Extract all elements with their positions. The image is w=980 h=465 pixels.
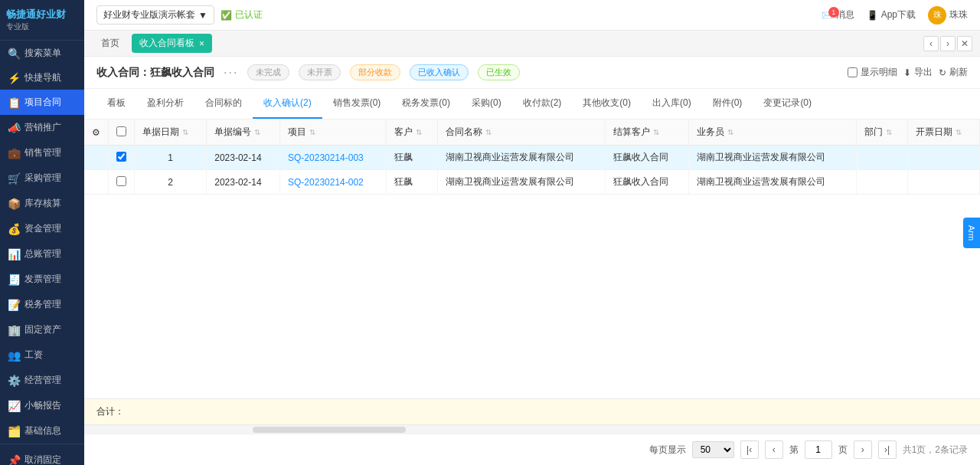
sub-tab-7[interactable]: 收付款(2) (512, 89, 573, 119)
status-partial[interactable]: 部分收款 (350, 64, 400, 80)
show-detail-check[interactable] (848, 67, 858, 77)
sidebar-item-inventory[interactable]: 📦 库存核算 (0, 191, 84, 216)
nav-arrow-right[interactable]: › (940, 36, 956, 51)
sidebar-item-accounting[interactable]: 📊 总账管理 (0, 241, 84, 267)
status-uninvoiced[interactable]: 未开票 (299, 64, 341, 80)
topbar: 好业财专业版演示帐套 ▼ ✅ 已认证 ✉️ 1 消息 📱 App下载 珠 珠珠 (84, 0, 980, 31)
sub-tab-8[interactable]: 其他收支(0) (572, 89, 642, 119)
sidebar-item-basic[interactable]: 🗂️ 基础信息 (0, 418, 84, 444)
show-detail-checkbox[interactable]: 显示明细 (848, 66, 897, 79)
col-date[interactable]: 单据日期⇅ (135, 120, 207, 146)
sidebar-search[interactable]: 🔍 搜索菜单 (0, 41, 84, 66)
message-action[interactable]: ✉️ 1 消息 (822, 8, 854, 21)
row-project: 狂飙 (387, 146, 437, 170)
sidebar-item-reports[interactable]: 📈 小畅报告 (0, 393, 84, 418)
col-dept[interactable]: 部门⇅ (857, 120, 907, 146)
pin-label: 取消固定 (24, 454, 61, 465)
row-customer: 湖南卫视商业运营发展有限公司 (437, 146, 606, 170)
nav-arrow-close[interactable]: ✕ (957, 36, 972, 51)
sidebar-item-sales[interactable]: 💼 销售管理 (0, 140, 84, 165)
sub-tab-5[interactable]: 税务发票(0) (391, 89, 461, 119)
sub-tab-2[interactable]: 合同标的 (194, 89, 253, 119)
right-float-btn[interactable]: Arm (963, 217, 980, 247)
col-invoice-date[interactable]: 开票日期⇅ (907, 120, 979, 146)
select-all-checkbox[interactable] (116, 126, 126, 136)
contract-title: 收入合同：狂飙收入合同 (96, 66, 214, 80)
sidebar-bottom-item[interactable]: 📌 取消固定 (0, 449, 84, 465)
table-row[interactable]: 1 2023-02-14 SQ-20230214-003 狂飙 湖南卫视商业运营… (84, 146, 980, 170)
page-last-btn[interactable]: ›| (878, 440, 897, 459)
col-check (109, 120, 135, 146)
row-check[interactable] (116, 176, 126, 186)
status-incomplete[interactable]: 未完成 (247, 64, 289, 80)
tab-home[interactable]: 首页 (92, 32, 129, 54)
sidebar-item-purchase[interactable]: 🛒 采购管理 (0, 165, 84, 191)
page-prev-btn[interactable]: ‹ (765, 440, 783, 459)
tab-active[interactable]: 收入合同看板 × (132, 34, 212, 53)
tax-icon: 📝 (8, 299, 20, 311)
sidebar-item-tax[interactable]: 📝 税务管理 (0, 292, 84, 317)
row-checkbox[interactable] (109, 170, 135, 195)
sub-tab-11[interactable]: 变更记录(0) (753, 89, 822, 119)
refresh-btn[interactable]: ↻ 刷新 (939, 66, 968, 79)
tax-label: 税务管理 (24, 298, 61, 311)
sidebar-logo: 畅捷通好业财 专业版 (0, 0, 84, 41)
sub-tab-1[interactable]: 盈利分析 (136, 89, 194, 119)
scrollbar-thumb[interactable] (253, 427, 406, 433)
scrollbar-area[interactable] (84, 424, 980, 434)
status-effective[interactable]: 已生效 (478, 64, 520, 80)
certified-badge: ✅ 已认证 (220, 8, 263, 21)
export-btn[interactable]: ⬇ 导出 (903, 66, 933, 79)
invoices-label: 发票管理 (24, 273, 61, 286)
sidebar-item-marketing[interactable]: 📣 营销推广 (0, 115, 84, 140)
col-gear: ⚙ (84, 120, 109, 146)
row-date: 2023-02-14 (207, 170, 280, 195)
status-confirmed[interactable]: 已收入确认 (410, 64, 469, 80)
user-action[interactable]: 珠 珠珠 (928, 6, 968, 25)
sub-tab-10[interactable]: 附件(0) (702, 89, 753, 119)
tab-close-icon[interactable]: × (199, 38, 204, 49)
sub-tab-0[interactable]: 看板 (96, 89, 136, 119)
tab-active-label: 收入合同看板 (139, 37, 194, 50)
row-checkbox[interactable] (109, 146, 135, 170)
col-billno[interactable]: 单据编号⇅ (207, 120, 280, 146)
sidebar-item-assets[interactable]: 🏢 固定资产 (0, 317, 84, 342)
per-page-select[interactable]: 50 100 200 (692, 441, 734, 458)
assets-icon: 🏢 (8, 324, 20, 336)
contract-actions: 显示明细 ⬇ 导出 ↻ 刷新 (848, 66, 968, 79)
col-settle[interactable]: 结算客户⇅ (606, 120, 688, 146)
sidebar-quick-nav[interactable]: ⚡ 快捷导航 (0, 66, 84, 90)
sort-settle-icon: ⇅ (653, 128, 659, 136)
col-customer[interactable]: 客户⇅ (387, 120, 437, 146)
col-project[interactable]: 项目⇅ (280, 120, 387, 146)
total-label: 合计： (96, 405, 124, 418)
col-salesperson[interactable]: 业务员⇅ (688, 120, 857, 146)
sub-tab-9[interactable]: 出入库(0) (642, 89, 702, 119)
row-check[interactable] (116, 152, 126, 162)
nav-arrow-left[interactable]: ‹ (923, 36, 939, 51)
sub-tab-4[interactable]: 销售发票(0) (322, 89, 392, 119)
sub-tab-3[interactable]: 收入确认(2) (253, 89, 322, 119)
sidebar-item-hr[interactable]: 👥 工资 (0, 342, 84, 368)
row-billno[interactable]: SQ-20230214-002 (280, 170, 387, 195)
row-billno[interactable]: SQ-20230214-003 (280, 146, 387, 170)
export-icon: ⬇ (903, 67, 911, 78)
bill-link[interactable]: SQ-20230214-002 (288, 177, 364, 188)
app-download-action[interactable]: 📱 App下载 (867, 8, 916, 21)
bill-link[interactable]: SQ-20230214-003 (288, 152, 364, 163)
company-select[interactable]: 好业财专业版演示帐套 ▼ (96, 5, 214, 25)
sidebar-item-invoices[interactable]: 🧾 发票管理 (0, 267, 84, 292)
sub-tab-6[interactable]: 采购(0) (461, 89, 512, 119)
gear-icon[interactable]: ⚙ (92, 127, 100, 138)
page-first-btn[interactable]: |‹ (740, 440, 759, 459)
sidebar-item-management[interactable]: ⚙️ 经营管理 (0, 368, 84, 393)
page-input[interactable] (805, 440, 832, 459)
purchase-icon: 🛒 (8, 172, 20, 185)
col-contract[interactable]: 合同名称⇅ (437, 120, 606, 146)
sidebar-item-contracts[interactable]: 📋 项目合同 (0, 90, 84, 115)
page-next-btn[interactable]: › (854, 440, 872, 459)
sidebar-item-funds[interactable]: 💰 资金管理 (0, 216, 84, 241)
table-row[interactable]: 2 2023-02-14 SQ-20230214-002 狂飙 湖南卫视商业运营… (84, 170, 980, 195)
contract-more-btn[interactable]: ··· (224, 66, 238, 80)
topbar-left: 好业财专业版演示帐套 ▼ ✅ 已认证 (96, 5, 263, 25)
